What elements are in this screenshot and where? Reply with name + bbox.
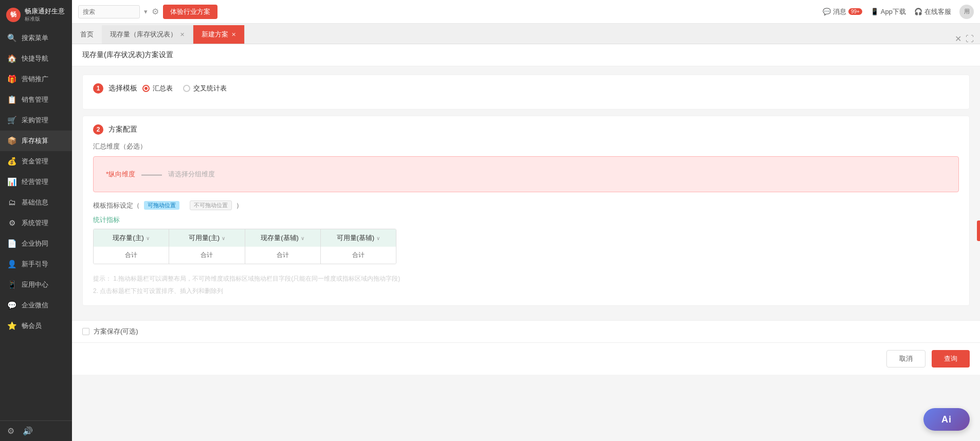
sidebar-item-label: 经营管理: [22, 177, 48, 187]
cancel-button[interactable]: 取消: [886, 350, 925, 368]
stat-body-3: 合计: [321, 247, 396, 264]
col-dropdown-2[interactable]: ∨: [301, 235, 304, 241]
sidebar-item-label: 应用中心: [22, 280, 48, 289]
dimension-vertical-label: *纵向维度: [106, 170, 135, 179]
sidebar-footer: ⚙ 🔊: [0, 420, 72, 441]
col-dropdown-0[interactable]: ∨: [146, 235, 150, 241]
stat-body-0: 合计: [94, 247, 169, 264]
footer-actions: 取消 查询: [72, 342, 980, 375]
section-scheme-config: 2 方案配置 汇总维度（必选） *纵向维度 —— 请选择分组维度 模板指标设定（…: [82, 116, 970, 306]
stat-col-header-1[interactable]: 可用量(主) ∨: [169, 229, 245, 247]
tab-inventory-status[interactable]: 现存量（库存状况表） ✕: [102, 25, 193, 44]
topbar-left: ▾ ⚙ 体验行业方案: [78, 5, 819, 19]
sidebar-item-purchase[interactable]: 🛒 采购管理: [0, 110, 72, 131]
main-wrapper: ▾ ⚙ 体验行业方案 💬 消息 99+ 📱 App下载 🎧 在线客服 用 首页 …: [72, 0, 980, 441]
section1-header: 1 选择模板 汇总表 交叉统计表: [93, 83, 959, 94]
sidebar-item-label: 基础信息: [22, 198, 48, 207]
sidebar-nav: 🔍 搜索菜单 🏠 快捷导航 🎁 营销推广 📋 销售管理 🛒 采购管理 📦 库存核…: [0, 28, 72, 420]
dropdown-icon[interactable]: ▾: [144, 8, 148, 15]
cart-icon: 🛒: [7, 116, 16, 125]
hint-area: 提示： 1.拖动标题栏可以调整布局，不可跨维度或指标区域拖动栏目字段(只能在同一…: [93, 272, 959, 297]
settings-footer-icon[interactable]: ⚙: [7, 426, 14, 436]
close-window-icon[interactable]: ✕: [955, 34, 961, 44]
sidebar-item-app-center[interactable]: 📱 应用中心: [0, 274, 72, 295]
sidebar-item-system[interactable]: ⚙ 系统管理: [0, 213, 72, 233]
stat-body-2: 合计: [245, 247, 321, 264]
dimension-placeholder: 请选择分组维度: [168, 170, 215, 179]
system-icon: ⚙: [7, 218, 16, 228]
sound-footer-icon[interactable]: 🔊: [23, 426, 33, 436]
sidebar-item-basics[interactable]: 🗂 基础信息: [0, 192, 72, 213]
hint-1: 提示： 1.拖动标题栏可以调整布局，不可跨维度或指标区域拖动栏目字段(只能在同一…: [93, 272, 959, 285]
sidebar-item-wechat[interactable]: 💬 企业微信: [0, 295, 72, 316]
ai-fab-button[interactable]: Ai: [923, 408, 970, 431]
tab-inventory-label: 现存量（库存状况表）: [110, 30, 177, 39]
col-dropdown-1[interactable]: ∨: [222, 235, 225, 241]
app-center-icon: 📱: [7, 280, 16, 289]
stat-col-header-0[interactable]: 现存量(主) ∨: [94, 229, 169, 247]
sidebar-item-contract[interactable]: 📄 企业协同: [0, 233, 72, 254]
section2-num: 2: [93, 124, 103, 135]
app-download-label: App下载: [881, 7, 906, 16]
indicator-close-text: ）: [236, 201, 243, 210]
sidebar-item-member[interactable]: ⭐ 畅会员: [0, 316, 72, 336]
headset-icon: 🎧: [914, 8, 922, 15]
online-service-label: 在线客服: [924, 7, 951, 16]
sidebar-item-search[interactable]: 🔍 搜索菜单: [0, 28, 72, 48]
section1-title: 选择模板: [108, 84, 137, 93]
stat-table-body: 合计 合计 合计 合计: [94, 247, 396, 264]
user-avatar[interactable]: 用: [959, 5, 974, 19]
tab-new-scheme[interactable]: 新建方案 ✕: [193, 25, 245, 44]
sidebar-item-label: 系统管理: [22, 218, 48, 228]
app-logo-icon: 畅: [6, 8, 21, 22]
section-choose-template: 1 选择模板 汇总表 交叉统计表: [82, 75, 970, 109]
expand-window-icon[interactable]: ⛶: [966, 34, 974, 44]
tab-close-inventory[interactable]: ✕: [180, 31, 185, 38]
sidebar-item-operations[interactable]: 📊 经营管理: [0, 172, 72, 192]
wechat-icon: 💬: [7, 301, 16, 310]
sidebar-item-label: 采购管理: [22, 116, 48, 125]
stat-col-header-2[interactable]: 现存量(基辅) ∨: [245, 229, 321, 247]
sidebar-item-label: 库存核算: [22, 136, 48, 145]
trial-button[interactable]: 体验行业方案: [163, 5, 217, 19]
tab-close-new-scheme[interactable]: ✕: [231, 31, 236, 38]
sidebar-item-marketing[interactable]: 🎁 营销推广: [0, 69, 72, 89]
sidebar-item-quick-nav[interactable]: 🏠 快捷导航: [0, 48, 72, 69]
sidebar: 畅 畅康通好生意 标准版 🔍 搜索菜单 🏠 快捷导航 🎁 营销推广 📋 销售管理…: [0, 0, 72, 441]
messages-label: 消息: [833, 7, 846, 16]
messages-item[interactable]: 💬 消息 99+: [823, 7, 862, 16]
stat-col-label-3: 可用量(基辅): [337, 233, 375, 243]
tab-bar: 首页 现存量（库存状况表） ✕ 新建方案 ✕ ✕ ⛶: [72, 24, 980, 44]
radio-summary[interactable]: 汇总表: [142, 84, 173, 93]
sidebar-item-newbie[interactable]: 👤 新手引导: [0, 254, 72, 274]
radio-cross-label: 交叉统计表: [193, 84, 227, 93]
dimension-box[interactable]: *纵向维度 —— 请选择分组维度: [93, 156, 959, 192]
tab-home[interactable]: 首页: [72, 25, 102, 44]
search-input[interactable]: [78, 5, 140, 19]
indicator-config: 模板指标设定（ 可拖动位置 不可拖动位置 ） 统计指标 现存量(主) ∨: [93, 200, 959, 264]
stat-col-label-2: 现存量(基辅): [261, 233, 299, 243]
query-button[interactable]: 查询: [932, 350, 970, 368]
radio-summary-label: 汇总表: [153, 84, 173, 93]
inventory-icon: 📦: [7, 136, 16, 145]
hint-2: 2. 点击标题栏下拉可设置排序、插入列和删除列: [93, 285, 959, 297]
sidebar-item-inventory[interactable]: 📦 库存核算: [0, 131, 72, 151]
online-service-item[interactable]: 🎧 在线客服: [914, 7, 951, 16]
stat-table-header: 现存量(主) ∨ 可用量(主) ∨ 现存量(基辅) ∨: [94, 229, 396, 247]
right-edge-handle[interactable]: [977, 220, 980, 241]
operations-icon: 📊: [7, 177, 16, 187]
message-icon: 💬: [823, 8, 831, 15]
tab-new-scheme-label: 新建方案: [202, 30, 228, 39]
radio-cross[interactable]: 交叉统计表: [183, 84, 227, 93]
sidebar-item-sales[interactable]: 📋 销售管理: [0, 89, 72, 110]
home-icon: 🏠: [7, 54, 16, 63]
stat-col-header-3[interactable]: 可用量(基辅) ∨: [321, 229, 396, 247]
stat-col-label-1: 可用量(主): [189, 233, 220, 243]
topbar-settings-icon[interactable]: ⚙: [152, 7, 159, 16]
save-label: 方案保存(可选): [94, 327, 138, 336]
col-dropdown-3[interactable]: ∨: [376, 235, 380, 241]
save-checkbox[interactable]: [82, 328, 89, 335]
sidebar-item-finance[interactable]: 💰 资金管理: [0, 151, 72, 172]
app-download-item[interactable]: 📱 App下载: [870, 7, 906, 16]
template-radio-group: 汇总表 交叉统计表: [142, 84, 227, 93]
